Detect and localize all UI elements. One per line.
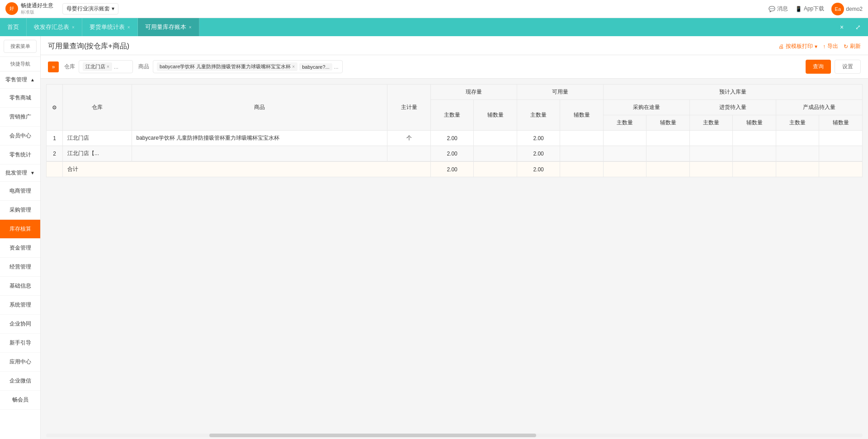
row1-no: 1 (47, 131, 63, 146)
logo-area: 好 畅捷通好生意 标准版 (5, 2, 53, 15)
industry-selector[interactable]: 母婴行业演示账套 ▾ (62, 3, 118, 14)
col-prod-main: 主数量 (776, 115, 819, 131)
sidebar-item-app-center[interactable]: 应用中心 (0, 353, 40, 372)
row1-pur-transit-aux (646, 131, 690, 146)
row1-incoming-aux (733, 131, 776, 146)
refresh-button[interactable]: ↻ 刷新 (844, 42, 861, 50)
main-layout: 搜索菜单 快捷导航 零售管理 ▲ 零售商城 营销推广 会员中心 零售统计 批发管… (0, 36, 868, 439)
footer-current-main: 2.00 (430, 161, 474, 177)
table-row: 1 江北门店 babycare学饮杯 儿童防摔防撞吸管杯重力球吸嘴杯宝宝水杯 个… (47, 131, 863, 146)
tab-order-stat-close[interactable]: × (127, 25, 130, 30)
row1-current-aux (474, 131, 517, 146)
scroll-thumb[interactable] (209, 434, 536, 437)
col-product-header: 商品 (132, 85, 387, 131)
col-current-aux-header: 辅数量 (474, 100, 517, 131)
chevron-down-icon: ▾ (112, 5, 114, 12)
filter-expand-button[interactable]: » (48, 61, 59, 72)
col-avail-main-header: 主数量 (517, 100, 560, 131)
export-label: 导出 (827, 42, 838, 50)
sidebar-item-operations[interactable]: 经营管理 (0, 258, 40, 277)
user-profile[interactable]: Ea demo2 (831, 3, 863, 15)
print-icon: 🖨 (778, 43, 784, 50)
sidebar-item-member2[interactable]: 畅会员 (0, 391, 40, 410)
operations-label: 经营管理 (9, 263, 31, 271)
sidebar-item-inventory[interactable]: 库存核算 (0, 220, 40, 239)
warehouse-filter-group: 仓库 江北门店 × ... (64, 60, 133, 73)
query-button[interactable]: 查询 (806, 60, 831, 74)
tab-available-stock-close[interactable]: × (189, 25, 192, 30)
sidebar: 搜索菜单 快捷导航 零售管理 ▲ 零售商城 营销推广 会员中心 零售统计 批发管… (0, 36, 41, 439)
col-planned-in-header: 预计入库量 (603, 85, 862, 100)
warehouse-tag-remove[interactable]: × (107, 64, 109, 69)
product-input[interactable]: babycare学饮杯 儿童防摔防撞吸管杯重力球吸嘴杯宝宝水杯 × babyca… (153, 60, 343, 73)
sidebar-item-marketing[interactable]: 营销推广 (0, 108, 40, 127)
warehouse-tag: 江北门店 × (83, 62, 112, 71)
quick-nav-button[interactable]: 快捷导航 (0, 57, 40, 71)
row2-incoming-main (689, 146, 733, 162)
search-menu-button[interactable]: 搜索菜单 (4, 40, 37, 53)
tab-available-stock-label: 可用量库存账本 (145, 23, 186, 31)
col-pur-transit-aux: 辅数量 (646, 115, 690, 131)
system-mgmt-label: 系统管理 (9, 301, 31, 309)
sidebar-item-finance[interactable]: 资金管理 (0, 239, 40, 258)
tab-receive-summary[interactable]: 收发存汇总表 × (27, 18, 82, 36)
download-icon: 📱 (795, 6, 802, 12)
app-center-label: 应用中心 (9, 358, 31, 366)
new-guide-label: 新手引导 (9, 339, 31, 347)
col-purchase-transit-header: 采购在途量 (603, 100, 689, 115)
sidebar-item-wholesale-mgmt[interactable]: 批发管理 ▼ (0, 165, 40, 182)
table-area: ⚙ 仓库 商品 主计量 现存量 可用量 预计入库量 主数量 辅数量 主数量 辅数… (41, 79, 868, 434)
footer-avail-main: 2.00 (517, 161, 560, 177)
sidebar-item-retail-stats[interactable]: 零售统计 (0, 146, 40, 165)
message-button[interactable]: 💬 消息 (769, 5, 788, 13)
row2-product (132, 146, 387, 162)
row2-current-main: 2.00 (430, 146, 474, 162)
template-print-button[interactable]: 🖨 按模板打印 ▾ (778, 42, 817, 50)
row1-avail-main: 2.00 (517, 131, 560, 146)
sidebar-item-enterprise-wechat[interactable]: 企业微信 (0, 372, 40, 391)
sidebar-item-ecommerce[interactable]: 电商管理 (0, 182, 40, 201)
product-tag1-remove[interactable]: × (292, 64, 295, 69)
row2-no: 2 (47, 146, 63, 162)
product-tag1: babycare学饮杯 儿童防摔防撞吸管杯重力球吸嘴杯宝宝水杯 × (157, 62, 297, 71)
footer-current-aux (474, 161, 517, 177)
settings-button[interactable]: 设置 (835, 60, 861, 74)
export-button[interactable]: ↑ 导出 (823, 42, 838, 50)
col-warehouse-header: 仓库 (63, 85, 132, 131)
tab-order-stat[interactable]: 要货单统计表 × (82, 18, 138, 36)
top-bar-left: 好 畅捷通好生意 标准版 母婴行业演示账套 ▾ (5, 2, 118, 15)
warehouse-input[interactable]: 江北门店 × ... (79, 60, 133, 73)
chevron-down-icon: ▾ (815, 43, 817, 50)
sidebar-item-purchase[interactable]: 采购管理 (0, 201, 40, 220)
tab-receive-summary-close[interactable]: × (72, 25, 75, 30)
sidebar-item-basic-info[interactable]: 基础信息 (0, 277, 40, 296)
basic-info-label: 基础信息 (9, 282, 31, 290)
row2-avail-aux (560, 146, 604, 162)
tab-available-stock[interactable]: 可用量库存账本 × (138, 18, 199, 36)
product-label: 商品 (138, 63, 149, 71)
row1-prod-aux (819, 131, 863, 146)
sidebar-item-enterprise[interactable]: 企业协同 (0, 315, 40, 334)
app-download-button[interactable]: 📱 App下载 (795, 5, 824, 13)
warehouse-more[interactable]: ... (114, 64, 118, 70)
horizontal-scrollbar[interactable] (46, 434, 863, 437)
row1-prod-main (776, 131, 819, 146)
sidebar-item-member[interactable]: 会员中心 (0, 127, 40, 146)
sidebar-item-system-mgmt[interactable]: 系统管理 (0, 296, 40, 315)
sidebar-item-new-guide[interactable]: 新手引导 (0, 334, 40, 353)
sidebar-item-retail-mgmt[interactable]: 零售管理 ▲ (0, 71, 40, 89)
sidebar-item-retail-mall[interactable]: 零售商城 (0, 89, 40, 108)
message-icon: 💬 (769, 6, 775, 12)
col-pur-transit-main: 主数量 (603, 115, 646, 131)
warehouse-tag-value: 江北门店 (85, 63, 105, 70)
close-window-button[interactable]: × (835, 21, 848, 33)
page-actions: 🖨 按模板打印 ▾ ↑ 导出 ↻ 刷新 (778, 42, 861, 50)
row2-prod-aux (819, 146, 863, 162)
footer-pur-transit-aux (646, 161, 690, 177)
product-filter-group: 商品 babycare学饮杯 儿童防摔防撞吸管杯重力球吸嘴杯宝宝水杯 × bab… (138, 60, 343, 73)
row1-avail-aux (560, 131, 604, 146)
product-more[interactable]: ... (334, 64, 339, 70)
tab-home[interactable]: 首页 (0, 18, 27, 36)
purchase-label: 采购管理 (9, 206, 31, 214)
maximize-button[interactable]: ⤢ (852, 21, 864, 33)
